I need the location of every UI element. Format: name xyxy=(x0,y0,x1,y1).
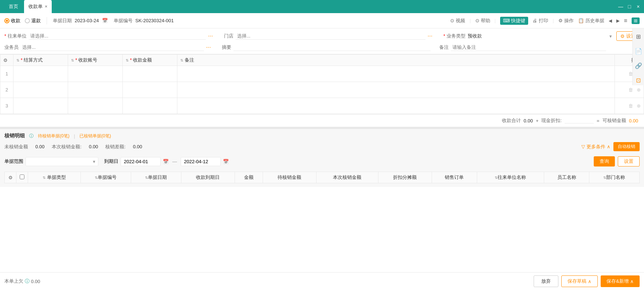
radio-refund-label: 退款 xyxy=(31,17,41,24)
row-1-amount[interactable] xyxy=(123,66,177,82)
reconcile-info-icon[interactable]: ⓘ xyxy=(29,133,34,139)
reconcile-title: 核销明细 xyxy=(4,133,25,139)
th-settings: ⚙ xyxy=(0,55,13,66)
summary-bar: 收款合计 0.00 + 现金折扣: = 可核销金额 0.00 xyxy=(0,114,644,127)
row-2-copy-icon[interactable]: ⊕ xyxy=(637,87,641,93)
row-3-delete-icon[interactable]: 🗑 xyxy=(628,103,633,109)
select-all-checkbox[interactable] xyxy=(20,175,24,179)
row-3-settlement[interactable] xyxy=(13,98,68,114)
date-value: 2023-03-24 xyxy=(75,18,99,23)
maximize-btn[interactable]: □ xyxy=(627,4,632,9)
tab-close-icon[interactable]: × xyxy=(45,4,47,9)
shop-input[interactable] xyxy=(236,32,425,40)
discount-input[interactable] xyxy=(565,118,594,124)
row-3-amount[interactable] xyxy=(123,98,177,114)
bottom-settings-icon[interactable]: ⚙ xyxy=(8,175,13,180)
panel-table-icon[interactable]: ⊞ xyxy=(633,31,644,42)
shortcut-btn[interactable]: ⌨ 快捷键 xyxy=(500,17,528,25)
row-1-remark[interactable] xyxy=(177,66,615,82)
pending-tab[interactable]: 待核销单据(0笔) xyxy=(38,133,70,139)
panel-document-icon[interactable]: 📄 xyxy=(633,46,644,56)
more-conditions-btn[interactable]: ▽ 更多条件 ∧ xyxy=(581,144,610,150)
table-settings-icon[interactable]: ⚙ xyxy=(3,58,8,63)
minimize-btn[interactable]: — xyxy=(618,4,624,9)
tab-home[interactable]: 首页 xyxy=(3,0,24,13)
radio-refund[interactable]: 退款 xyxy=(25,17,41,24)
date-from-calendar-icon[interactable]: 📅 xyxy=(163,159,169,164)
row-num-3: 3 xyxy=(0,98,13,114)
th-staff: 员工名称 xyxy=(544,172,589,183)
th-pending: 待核销金额 xyxy=(263,172,316,183)
form-section: 往来单位 ··· 门店 ··· 业务类型 预收款 ▾ ⚙ xyxy=(0,28,644,54)
biztype-select[interactable]: 预收款 ▾ xyxy=(468,33,612,39)
setting-icon: ⚙ xyxy=(620,34,625,39)
done-tab[interactable]: 已核销单据(0笔) xyxy=(79,133,111,139)
radio-receive-circle xyxy=(4,18,9,23)
counterpart-more-icon[interactable]: ··· xyxy=(206,33,215,39)
row-3-account[interactable] xyxy=(68,98,123,114)
query-btn[interactable]: 查询 xyxy=(594,156,615,166)
date-from-input[interactable] xyxy=(121,157,161,166)
counterpart-input[interactable] xyxy=(29,32,206,40)
radio-receive-dot xyxy=(6,20,8,22)
form-row-1: 往来单位 ··· 门店 ··· 业务类型 预收款 ▾ ⚙ xyxy=(4,31,640,41)
range-label: 单据范围 xyxy=(4,158,23,165)
net-label: 可核销金额 xyxy=(602,117,626,124)
filter-setting-btn[interactable]: 设置 xyxy=(618,156,640,166)
staff-field: 业务员 ··· xyxy=(4,44,213,51)
row-3-copy-icon[interactable]: ⊕ xyxy=(637,103,641,109)
diff-label: 核销差额: xyxy=(105,144,126,150)
print-btn[interactable]: 🖨 打印 xyxy=(533,17,548,24)
radio-receive[interactable]: 收款 xyxy=(4,17,20,24)
history-icon: 📋 xyxy=(578,18,584,23)
row-2-amount[interactable] xyxy=(123,82,177,98)
th-settlement: ⇅ 结算方式 xyxy=(13,55,68,66)
remark-input[interactable] xyxy=(451,44,606,51)
duedate-label: 到期日 xyxy=(104,158,118,165)
row-2-account[interactable] xyxy=(68,82,123,98)
date-to-input[interactable] xyxy=(181,157,221,166)
ops-icon: ⚙ xyxy=(558,18,563,23)
panel-screen-icon[interactable]: ⊡ xyxy=(633,75,644,85)
th-remark: ⇅ 备注 xyxy=(177,55,615,66)
close-btn[interactable]: × xyxy=(635,4,641,9)
shop-more-icon[interactable]: ··· xyxy=(425,33,435,39)
right-panel: ⊞ 📄 🔗 ⊡ xyxy=(632,28,644,85)
duedate-field: 到期日 📅 — 📅 xyxy=(104,157,229,166)
save-draft-btn[interactable]: 保存草稿 ∧ xyxy=(561,275,598,287)
row-1-settlement[interactable] xyxy=(13,66,68,82)
row-1-account[interactable] xyxy=(68,66,123,82)
th-doc-num: ⇅单据编号 xyxy=(80,172,131,183)
info-icon-footer[interactable]: ⓘ xyxy=(25,278,30,285)
abandon-btn[interactable]: 放弃 xyxy=(534,275,558,287)
toolbar-right: ⊙ 视频 | ⊙ 帮助 | ⌨ 快捷键 🖨 打印 | ⚙ 操作 xyxy=(450,17,640,25)
table-row: 3 🗑 ⊕ xyxy=(0,98,644,114)
ops-btn[interactable]: ⚙ 操作 xyxy=(558,17,574,24)
toolbar-date-info: 单据日期 2023-03-24 📅 xyxy=(53,17,108,24)
row-2-delete-icon[interactable]: 🗑 xyxy=(628,87,633,93)
row-3-remark[interactable] xyxy=(177,98,615,114)
help-btn[interactable]: ⊙ 帮助 xyxy=(475,17,490,24)
summary-input[interactable] xyxy=(233,44,431,51)
history-btn[interactable]: 📋 历史单据 xyxy=(578,17,604,24)
tab-active[interactable]: 收款单 × xyxy=(24,0,52,13)
list-icon[interactable]: ≡ xyxy=(624,17,627,24)
footer-right: 放弃 保存草稿 ∧ 保存&新增 ∧ xyxy=(534,275,640,287)
video-btn[interactable]: ⊙ 视频 xyxy=(450,17,465,24)
panel-link-icon[interactable]: 🔗 xyxy=(633,60,644,71)
date-calendar-icon[interactable]: 📅 xyxy=(102,18,108,23)
prev-btn[interactable]: ◀ xyxy=(609,18,612,23)
row-2-settlement[interactable] xyxy=(13,82,68,98)
next-btn[interactable]: ▶ xyxy=(616,18,620,23)
shop-label: 门店 xyxy=(224,33,236,39)
grid-btn[interactable]: ⊞ xyxy=(632,17,640,24)
range-select[interactable] xyxy=(25,157,98,166)
auto-reconcile-btn[interactable]: 自动核销 xyxy=(613,142,640,151)
date-to-calendar-icon[interactable]: 📅 xyxy=(223,159,229,164)
staff-input[interactable] xyxy=(21,44,204,51)
current-label: 本次核销金额: xyxy=(52,144,82,150)
shortcut-icon: ⌨ xyxy=(503,18,510,23)
save-new-btn[interactable]: 保存&新增 ∧ xyxy=(601,275,640,287)
staff-more-icon[interactable]: ··· xyxy=(204,44,213,51)
row-2-remark[interactable] xyxy=(177,82,615,98)
